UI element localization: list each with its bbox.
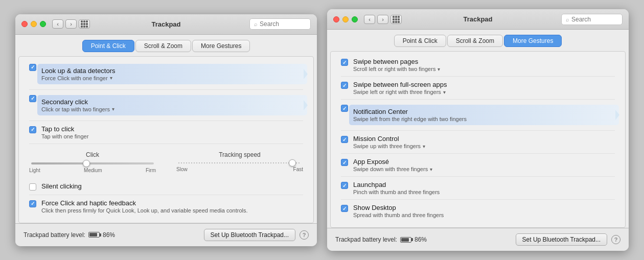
dropdown-arrow-look-up[interactable]: ▾ [110,75,112,81]
option-title-app-expose: App Exposé [353,158,615,166]
titlebar-1: ‹ › Trackpad ⌕ [15,14,317,35]
help-button-1[interactable]: ? [300,230,309,240]
battery-body-2 [400,237,411,243]
traffic-lights-2 [333,16,358,22]
back-button-2[interactable]: ‹ [364,15,375,24]
dropdown-arrow-swipe-fullscreen[interactable]: ▾ [443,89,446,95]
checkbox-force-click[interactable] [29,200,36,207]
grid-button-2[interactable] [390,15,402,24]
option-text-look-up: Look up & data detectors Force Click wit… [41,63,303,85]
search-icon-2: ⌕ [566,16,569,22]
tracking-slider-label: Tracking speed [176,151,303,158]
search-input-1[interactable] [260,20,306,28]
option-text-swipe-pages: Swipe between pages Scroll left or right… [353,58,615,72]
option-sub-mission-control: Swipe up with three fingers ▾ [353,143,615,149]
option-text-swipe-fullscreen: Swipe between full-screen apps Swipe lef… [353,81,615,95]
option-text-notification-center: Notification Center Swipe left from the … [353,104,615,126]
grid-icon-1 [81,20,88,28]
option-secondary-click: Secondary click Click or tap with two fi… [29,90,303,121]
option-text-mission-control: Mission Control Swipe up with three fing… [353,135,615,149]
titlebar-2: ‹ › Trackpad ⌕ [327,9,629,30]
option-title-secondary-click: Secondary click [41,98,303,106]
checkbox-show-desktop[interactable] [341,205,348,212]
option-title-swipe-fullscreen: Swipe between full-screen apps [353,81,615,88]
checkbox-secondary-click[interactable] [29,95,36,102]
option-text-force-click: Force Click and haptic feedback Click th… [41,199,303,214]
tab-more-gestures-1[interactable]: More Gestures [192,40,250,52]
option-sub-tap-click: Tap with one finger [41,133,303,139]
search-box-1[interactable]: ⌕ [249,18,311,30]
click-slider-track[interactable] [31,162,154,164]
dropdown-arrow-app-expose[interactable]: ▾ [430,167,432,172]
battery-info-1: Trackpad battery level: 86% [24,231,115,239]
highlight-notification-center: Notification Center Swipe left from the … [349,105,619,125]
option-swipe-fullscreen: Swipe between full-screen apps Swipe lef… [341,77,615,100]
tabs-bar-2: Point & Click Scroll & Zoom More Gesture… [327,30,629,51]
dropdown-arrow-swipe-pages[interactable]: ▾ [438,66,440,72]
tracking-slider-track[interactable] [178,162,301,163]
option-title-swipe-pages: Swipe between pages [353,58,615,65]
tracking-slider-group: Tracking speed Slow Fast [176,151,303,173]
option-title-tap-click: Tap to click [41,125,303,133]
close-button-1[interactable] [21,21,28,27]
click-slider-thumb[interactable] [83,160,90,167]
checkbox-swipe-fullscreen[interactable] [341,82,348,89]
option-text-secondary-click: Secondary click Click or tap with two fi… [41,94,303,116]
battery-label-2: Trackpad battery level: [335,236,397,243]
tracking-slider-thumb[interactable] [289,159,296,167]
dropdown-arrow-secondary[interactable]: ▾ [112,106,114,112]
tab-point-click-1[interactable]: Point & Click [82,40,134,52]
click-slider-group: Click Light Medium Firm [29,151,156,173]
forward-button-2[interactable]: › [377,15,388,24]
battery-percent-2: 86% [415,236,427,243]
zoom-button-1[interactable] [40,21,46,27]
help-button-2[interactable]: ? [611,235,620,244]
checkbox-look-up[interactable] [29,64,36,71]
search-input-2[interactable] [571,16,618,23]
window-1: ‹ › Trackpad ⌕ Point & Click Scroll & Zo… [15,14,317,246]
checkbox-mission-control[interactable] [341,136,348,143]
setup-bluetooth-button-1[interactable]: Set Up Bluetooth Trackpad... [204,229,295,241]
battery-label-1: Trackpad battery level: [24,231,85,239]
tab-scroll-zoom-2[interactable]: Scroll & Zoom [447,35,503,47]
option-title-silent-clicking: Silent clicking [41,182,303,190]
option-title-mission-control: Mission Control [353,135,615,143]
click-slider-label: Click [29,151,156,158]
checkbox-tap-click[interactable] [29,126,36,133]
tab-point-click-2[interactable]: Point & Click [394,35,446,47]
option-notification-center: Notification Center Swipe left from the … [341,100,615,131]
checkbox-app-expose[interactable] [341,159,348,166]
option-sub-swipe-fullscreen: Swipe left or right with three fingers ▾ [353,89,615,95]
option-silent-clicking: Silent clicking [29,178,303,195]
dropdown-arrow-mission-control[interactable]: ▾ [423,144,425,149]
option-title-look-up: Look up & data detectors [41,67,303,75]
zoom-button-2[interactable] [352,16,358,22]
tab-scroll-zoom-1[interactable]: Scroll & Zoom [135,40,191,52]
battery-fill-1 [89,233,97,237]
option-title-show-desktop: Show Desktop [353,204,615,211]
option-launchpad: Launchpad Pinch with thumb and three fin… [341,177,615,200]
checkbox-notification-center[interactable] [341,105,348,112]
checkbox-swipe-pages[interactable] [341,59,348,66]
tab-more-gestures-2[interactable]: More Gestures [504,35,562,47]
content-area-2: Swipe between pages Scroll left or right… [330,51,626,228]
back-button-1[interactable]: ‹ [52,19,63,29]
battery-fill-2 [401,238,409,242]
search-box-2[interactable]: ⌕ [561,14,623,25]
option-text-show-desktop: Show Desktop Spread with thumb and three… [353,204,615,218]
forward-button-1[interactable]: › [65,19,77,29]
setup-bluetooth-button-2[interactable]: Set Up Bluetooth Trackpad... [516,233,607,246]
checkbox-silent-clicking[interactable] [29,183,36,191]
option-mission-control: Mission Control Swipe up with three fing… [341,131,615,154]
option-title-notification-center: Notification Center [353,108,615,115]
close-button-2[interactable] [333,16,339,22]
battery-icon-1 [88,232,100,238]
option-sub-look-up: Force Click with one finger ▾ [41,75,303,81]
nav-buttons-1: ‹ › [52,19,77,29]
highlight-secondary-click: Secondary click Click or tap with two fi… [37,95,307,115]
minimize-button-1[interactable] [31,21,37,27]
option-look-up: Look up & data detectors Force Click wit… [29,59,303,90]
checkbox-launchpad[interactable] [341,182,348,189]
grid-button-1[interactable] [79,19,90,29]
minimize-button-2[interactable] [342,16,349,22]
